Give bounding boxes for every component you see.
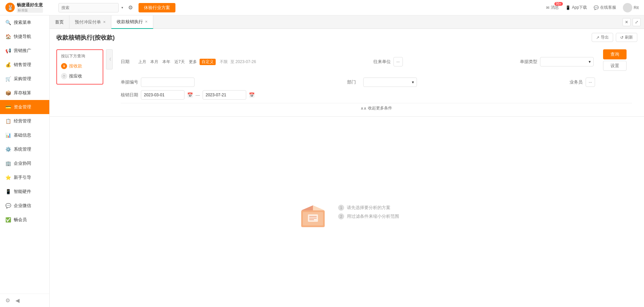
inventory-icon: 📦	[5, 90, 11, 96]
user-name: Rit	[634, 5, 639, 10]
app-download-button[interactable]: 📱 App下载	[566, 5, 587, 10]
filter-row-2: 单据编号 部门 ▾	[121, 78, 632, 87]
date-field: 日期 上月 本月 本年 近7天 更多 自定义 不限	[121, 59, 256, 65]
sidebar-label: 系统管理	[14, 146, 31, 152]
search-icon: 🔍	[5, 20, 11, 25]
verify-date-start-input[interactable]	[141, 90, 184, 100]
filter-form: 日期 上月 本月 本年 近7天 更多 自定义 不限	[115, 46, 637, 116]
receipt-verify-tab-close[interactable]: ✕	[145, 20, 148, 23]
query-by-receivable[interactable]: ⏱ 按应收	[57, 71, 103, 81]
marketing-icon: 📢	[5, 48, 11, 53]
message-button[interactable]: ✉ 消息 99+	[546, 5, 559, 10]
basic-icon: 📊	[5, 133, 11, 138]
verify-date-end-input[interactable]	[203, 90, 246, 100]
main-content: 首页 预付冲应付单 ✕ 收款核销执行 ✕ ✕ ⤢ 收款核销执行(按收款)	[50, 15, 644, 307]
verify-date-field: 核销日期 📅 — 📅	[121, 90, 255, 100]
dept-select[interactable]: ▾	[363, 78, 417, 87]
sidebar-item-wechat[interactable]: 💬 企业微信	[0, 199, 49, 213]
sidebar-item-enterprise[interactable]: 🏢 企业协同	[0, 156, 49, 170]
sidebar-item-marketing[interactable]: 📢 营销推广	[0, 44, 49, 58]
doc-type-field: 单据类型 ▾	[520, 57, 594, 66]
receipt-icon: ¥	[61, 63, 67, 69]
panel-collapse-button[interactable]: 《	[106, 49, 113, 69]
calendar-start-icon[interactable]: 📅	[187, 92, 193, 98]
settings-icon[interactable]: ⚙	[126, 3, 135, 12]
refresh-button[interactable]: ↺ 刷新	[616, 33, 637, 42]
doc-no-field: 单据编号	[121, 78, 195, 87]
date-label: 日期	[121, 59, 134, 65]
query-button[interactable]: 查询	[603, 49, 627, 59]
header-search-input[interactable]	[58, 3, 119, 12]
chevron-up-icon: ∧∧	[361, 106, 367, 111]
page-toolbar: ↗ 导出 ↺ 刷新	[592, 33, 637, 42]
tab-receipt-verify[interactable]: 收款核销执行 ✕	[111, 15, 153, 29]
empty-hint-1: 1 请先选择要分析的方案	[338, 205, 399, 211]
prepay-tab-close[interactable]: ✕	[103, 20, 106, 24]
avatar	[623, 3, 632, 12]
settings-button[interactable]: 设置	[603, 61, 627, 71]
dept-field: 部门 ▾	[347, 78, 417, 87]
header-actions: ✉ 消息 99+ 📱 App下载 💬 在线客服 Rit	[546, 3, 639, 12]
sidebar-label: 智能硬件	[14, 189, 31, 195]
query-type-panel: 按以下方查询 ¥ 按收款 ⏱ 按应收	[56, 49, 103, 85]
tab-close-all-button[interactable]: ✕	[623, 18, 631, 26]
sidebar-item-system[interactable]: ⚙️ 系统管理	[0, 142, 49, 156]
system-icon: ⚙️	[5, 147, 11, 152]
sidebar-collapse-button[interactable]: ◀	[15, 297, 19, 304]
industry-solution-button[interactable]: 休验行业方案	[139, 3, 175, 12]
app-name: 畅捷通好生意	[17, 2, 43, 8]
sidebar-item-purchase[interactable]: 🛒 采购管理	[0, 72, 49, 86]
sidebar-label: 快捷导航	[14, 34, 31, 40]
chevron-down-icon[interactable]: ▾	[121, 6, 123, 9]
tab-maximize-button[interactable]: ⤢	[633, 18, 641, 26]
purchase-icon: 🛒	[5, 76, 11, 82]
message-icon: ✉	[546, 5, 549, 10]
export-button[interactable]: ↗ 导出	[592, 33, 613, 42]
tab-controls: ✕ ⤢	[619, 18, 644, 26]
calendar-end-icon[interactable]: 📅	[249, 92, 255, 98]
sidebar-settings-button[interactable]: ⚙	[5, 297, 10, 304]
empty-illustration	[294, 194, 331, 231]
sidebar-item-finance[interactable]: 💳 资金管理	[0, 100, 49, 114]
verify-date-label: 核销日期	[121, 92, 138, 98]
page-title-row: 收款核销执行(按收款) ↗ 导出 ↺ 刷新	[56, 33, 637, 42]
query-actions: 查询 设置	[603, 49, 632, 74]
tab-home[interactable]: 首页	[50, 15, 69, 29]
this-month-btn[interactable]: 本月	[149, 59, 160, 65]
app-body: 🔍 搜索菜单 🏠 快捷导航 📢 营销推广 💰 销售管理 🛒 采购管理 📦 库存核…	[0, 15, 644, 307]
custom-btn[interactable]: 自定义	[200, 59, 216, 65]
empty-hint-2: 2 用过滤条件来缩小分析范围	[338, 213, 399, 219]
chevron-down-icon: ▾	[589, 59, 591, 64]
doc-no-input[interactable]	[141, 78, 195, 87]
tab-prepay[interactable]: 预付冲应付单 ✕	[69, 15, 111, 29]
sidebar-item-guide[interactable]: ⭐ 新手引导	[0, 170, 49, 185]
top-header: 🐰 畅捷通好生意 标准版 ▾ ⚙ 休验行业方案 ✉ 消息 99+ 📱 App下载…	[0, 0, 644, 15]
last-month-btn[interactable]: 上月	[137, 59, 148, 65]
sidebar-item-sales[interactable]: 💰 销售管理	[0, 58, 49, 72]
user-profile[interactable]: Rit	[623, 3, 639, 12]
last-7-days-btn[interactable]: 近7天	[173, 59, 186, 65]
sidebar-label: 资金管理	[14, 104, 31, 110]
sidebar-item-operation[interactable]: 📋 经营管理	[0, 114, 49, 128]
sidebar-item-basic[interactable]: 📊 基础信息	[0, 128, 49, 142]
sidebar-item-inventory[interactable]: 📦 库存核算	[0, 86, 49, 100]
sidebar-item-search[interactable]: 🔍 搜索菜单	[0, 15, 49, 30]
online-support-button[interactable]: 💬 在线客服	[594, 5, 616, 10]
collapse-more-button[interactable]: ∧∧ 收起更多条件	[361, 105, 392, 111]
sidebar-label: 搜索菜单	[14, 19, 31, 25]
query-by-receipt[interactable]: ¥ 按收款	[57, 61, 103, 71]
doc-type-select[interactable]: ▾	[540, 57, 594, 66]
empty-hints: 1 请先选择要分析的方案 2 用过滤条件来缩小分析范围	[338, 205, 399, 219]
staff-field: 业务员 ···	[570, 78, 595, 87]
sidebar-item-shortcut[interactable]: 🏠 快捷导航	[0, 30, 49, 44]
home-icon: 🏠	[5, 34, 11, 39]
empty-svg	[294, 194, 331, 231]
empty-state: 1 请先选择要分析的方案 2 用过滤条件来缩小分析范围	[50, 117, 644, 307]
this-year-btn[interactable]: 本年	[161, 59, 172, 65]
sidebar-item-member[interactable]: ✅ 畅会员	[0, 213, 49, 227]
sidebar-item-hardware[interactable]: 📱 智能硬件	[0, 185, 49, 199]
more-btn[interactable]: 更多	[187, 59, 198, 65]
staff-btn[interactable]: ···	[586, 78, 595, 87]
counterparty-btn[interactable]: ···	[393, 57, 403, 66]
operation-icon: 📋	[5, 118, 11, 124]
